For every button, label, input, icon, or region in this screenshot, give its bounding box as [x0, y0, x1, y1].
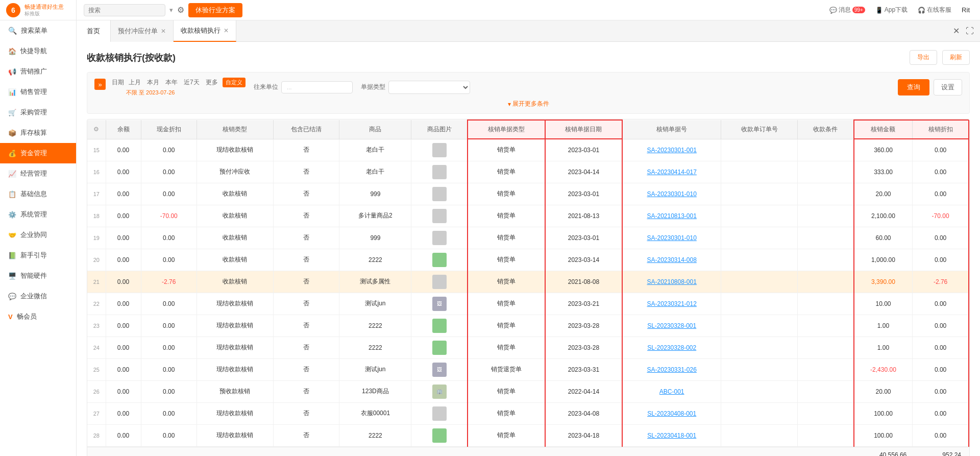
row-dan-date: 2023-03-01 — [545, 227, 623, 249]
row-product: 2222 — [339, 249, 411, 271]
sidebar-item-operation[interactable]: 📈 经营管理 — [0, 163, 76, 184]
sidebar-item-hardware[interactable]: 🖥️ 智能硬件 — [0, 266, 76, 286]
row-dan-no[interactable]: SL-20230328-001 — [622, 315, 721, 337]
from-unit-input[interactable]: ... — [281, 81, 353, 93]
table-row: 21 0.00 -2.76 收款核销 否 测试多属性 销货单 2021-08-0… — [87, 271, 969, 293]
message-btn[interactable]: 💬 消息 99+ — [829, 6, 865, 14]
filter-arrow[interactable]: » — [94, 79, 106, 90]
table-row: 26 0.00 0.00 预收款核销 否 123D商品 🏢 销货单 2022-0… — [87, 380, 969, 402]
sidebar-item-basic[interactable]: 📋 基础信息 — [0, 184, 76, 204]
row-sk-cond — [798, 402, 854, 424]
row-product-img — [411, 337, 468, 358]
tab-home[interactable]: 首页 — [77, 20, 111, 42]
row-dan-no[interactable]: SA-20210813-001 — [622, 205, 721, 227]
date-last-month[interactable]: 上月 — [127, 78, 142, 87]
sidebar-item-sales[interactable]: 📊 销售管理 — [0, 82, 76, 102]
voucher-type-select[interactable] — [388, 81, 470, 94]
row-hexiao-discount: -2.76 — [913, 271, 969, 293]
row-dan-no[interactable]: SA-20230331-026 — [622, 358, 721, 380]
table-row: 17 0.00 0.00 收款核销 否 999 销货单 2023-03-01 S… — [87, 183, 969, 205]
row-dan-no[interactable]: SA-20210808-001 — [622, 271, 721, 293]
sidebar-item-inventory[interactable]: 📦 库存核算 — [0, 123, 76, 143]
query-btn[interactable]: 查询 — [898, 79, 929, 95]
row-dan-no[interactable]: SA-20230301-010 — [622, 227, 721, 249]
row-product: 999 — [339, 183, 411, 205]
row-dan-no[interactable]: SL-20230328-002 — [622, 337, 721, 358]
col-dan-no-header: 核销单据号 — [622, 120, 721, 139]
dropdown-icon[interactable]: ▾ — [169, 6, 173, 14]
row-product-img — [411, 227, 468, 249]
date-custom[interactable]: 自定义 — [223, 78, 246, 87]
sidebar-item-system[interactable]: ⚙️ 系统管理 — [0, 204, 76, 225]
voucher-type-label: 单据类型 — [361, 83, 385, 91]
row-product-img — [411, 271, 468, 293]
row-product: 老白干 — [339, 161, 411, 183]
tab-expand-btn[interactable]: ⛶ — [964, 25, 976, 38]
tab-receipts-close[interactable]: ✕ — [224, 27, 229, 34]
row-dan-date: 2021-08-08 — [545, 271, 623, 293]
row-dan-type: 销货单 — [468, 271, 545, 293]
sidebar-item-finance[interactable]: 💰 资金管理 — [0, 143, 76, 163]
row-balance: 0.00 — [106, 227, 141, 249]
row-dan-no[interactable]: SA-20230314-008 — [622, 249, 721, 271]
sidebar-item-wechat[interactable]: 💬 企业微信 — [0, 286, 76, 306]
tab-prepay[interactable]: 预付冲应付单 ✕ — [111, 20, 174, 42]
col-gear-header[interactable]: ⚙ — [87, 120, 106, 139]
sidebar-item-enterprise[interactable]: 🤝 企业协同 — [0, 225, 76, 245]
row-dan-no[interactable]: SL-20230408-001 — [622, 402, 721, 424]
date-this-month[interactable]: 本月 — [145, 78, 161, 87]
row-hexiao-discount: 0.00 — [913, 358, 969, 380]
sidebar-item-search[interactable]: 🔍 搜索菜单 — [0, 20, 76, 41]
row-balance: 0.00 — [106, 380, 141, 402]
date-more[interactable]: 更多 — [204, 78, 219, 87]
row-hexiao-discount: 0.00 — [913, 227, 969, 249]
sidebar-item-guide[interactable]: 📗 新手引导 — [0, 245, 76, 266]
row-dan-no[interactable]: SA-20230301-010 — [622, 183, 721, 205]
row-hexiao-type: 预收款核销 — [197, 380, 273, 402]
row-product: 老白干 — [339, 139, 411, 161]
user-name[interactable]: Rit — [962, 6, 970, 14]
tab-close-btn[interactable]: ✕ — [951, 24, 962, 38]
sidebar-item-purchase[interactable]: 🛒 采购管理 — [0, 102, 76, 123]
row-dan-type: 销货单 — [468, 249, 545, 271]
row-dan-date: 2023-04-18 — [545, 424, 623, 446]
row-dan-type: 销货单 — [468, 424, 545, 446]
row-sk-no — [721, 424, 798, 446]
row-num: 26 — [87, 380, 106, 402]
sidebar-item-vip[interactable]: V 畅会员 — [0, 306, 76, 327]
tab-receipts[interactable]: 收款核销执行 ✕ — [174, 20, 236, 42]
row-dan-no[interactable]: SL-20230418-001 — [622, 424, 721, 446]
enterprise-icon: 🤝 — [8, 231, 16, 239]
row-dan-no[interactable]: ABC-001 — [622, 380, 721, 402]
gear-icon[interactable]: ⚙ — [177, 5, 184, 15]
row-dan-date: 2023-03-01 — [545, 139, 623, 161]
date-7days[interactable]: 近7天 — [182, 78, 201, 87]
row-sk-no — [721, 161, 798, 183]
system-icon: ⚙️ — [8, 211, 16, 219]
row-balance: 0.00 — [106, 249, 141, 271]
row-dan-type: 销货退货单 — [468, 358, 545, 380]
expand-conditions-btn[interactable]: ▾ 展开更多条件 — [508, 100, 549, 108]
tab-prepay-close[interactable]: ✕ — [161, 28, 166, 35]
row-hexiao-discount: 0.00 — [913, 380, 969, 402]
row-dan-date: 2023-03-28 — [545, 315, 623, 337]
top-search-input[interactable] — [84, 4, 165, 16]
row-sk-no — [721, 227, 798, 249]
industry-btn[interactable]: 休验行业方案 — [188, 3, 242, 17]
col-settled-header: 包含已结清 — [273, 120, 339, 139]
settings-btn[interactable]: 设置 — [934, 79, 962, 95]
row-dan-no[interactable]: SA-20230414-017 — [622, 161, 721, 183]
refresh-btn[interactable]: 刷新 — [942, 50, 970, 65]
logo-sub: 标推版 — [24, 10, 64, 17]
row-balance: 0.00 — [106, 358, 141, 380]
sidebar-item-shortcut[interactable]: 🏠 快捷导航 — [0, 41, 76, 61]
row-dan-date: 2023-03-14 — [545, 249, 623, 271]
date-this-year[interactable]: 本年 — [164, 78, 179, 87]
sidebar-item-marketing[interactable]: 📢 营销推广 — [0, 61, 76, 82]
export-btn[interactable]: 导出 — [910, 50, 937, 65]
row-dan-no[interactable]: SA-20230301-001 — [622, 139, 721, 161]
app-download-btn[interactable]: 📱 App下载 — [875, 6, 908, 14]
row-dan-no[interactable]: SA-20230321-012 — [622, 293, 721, 315]
table-row: 24 0.00 0.00 现结收款核销 否 2222 销货单 2023-03-2… — [87, 337, 969, 358]
online-service-btn[interactable]: 🎧 在线客服 — [918, 6, 951, 14]
